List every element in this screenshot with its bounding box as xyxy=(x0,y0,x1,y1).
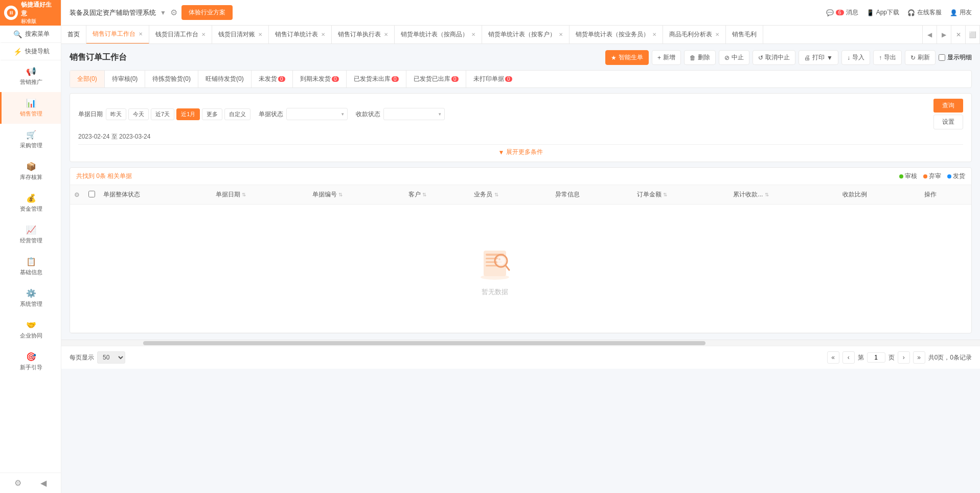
filter-tab-pending-review[interactable]: 待审核(0) xyxy=(105,71,146,87)
export-button[interactable]: ↑ 导出 xyxy=(873,50,902,65)
filter-tab-unshipped[interactable]: 未发货0 xyxy=(252,71,293,87)
sidebar-item-marketing[interactable]: 📢 营销推广 xyxy=(0,60,61,92)
number-sort-icon[interactable]: ⇅ xyxy=(338,192,343,197)
page-prev-btn[interactable]: ‹ xyxy=(842,351,855,364)
sidebar-item-basic-info[interactable]: 📋 基础信息 xyxy=(0,251,61,282)
tab-sales-report-staff-close[interactable]: ✕ xyxy=(652,32,656,37)
tab-sales-report-customer-close[interactable]: ✕ xyxy=(559,32,563,37)
solution-button[interactable]: 体验行业方案 xyxy=(181,5,233,20)
status-select[interactable] xyxy=(286,108,348,120)
filter-tab-all[interactable]: 全部(0) xyxy=(70,71,105,87)
date-sort-icon[interactable]: ⇅ xyxy=(242,192,246,197)
query-button[interactable]: 查询 xyxy=(933,99,963,113)
sidebar-item-enterprise[interactable]: 🤝 企业协同 xyxy=(0,314,61,346)
col-number[interactable]: 单据编号 ⇅ xyxy=(308,185,404,205)
salesperson-sort-icon[interactable]: ⇅ xyxy=(494,192,498,197)
tab-sales-exec[interactable]: 销售订单执行表 ✕ xyxy=(332,26,395,44)
filter-tab-shipped-not-in[interactable]: 已发货未出库0 xyxy=(347,71,406,87)
tab-product-margin[interactable]: 商品毛利分析表 ✕ xyxy=(663,26,726,44)
page-first-btn[interactable]: « xyxy=(827,351,839,364)
tab-sales-stats-close[interactable]: ✕ xyxy=(321,32,325,37)
date-btn-yesterday[interactable]: 昨天 xyxy=(106,108,126,120)
col-date[interactable]: 单据日期 ⇅ xyxy=(212,185,308,205)
col-salesperson[interactable]: 业务员 ⇅ xyxy=(470,185,551,205)
settings-bottom-icon[interactable]: ⚙ xyxy=(14,478,21,488)
sidebar-item-inventory[interactable]: 📦 库存核算 xyxy=(0,155,61,187)
sidebar-item-search[interactable]: 🔍 搜索菜单 xyxy=(0,26,61,43)
tab-scroll-right[interactable]: ▶ xyxy=(937,26,951,44)
ship-action[interactable]: 发货 xyxy=(947,172,965,181)
tab-maximize[interactable]: ⬜ xyxy=(966,26,980,44)
filter-tab-overdue-ship[interactable]: 到期未发货0 xyxy=(293,71,347,87)
payment-select[interactable] xyxy=(383,108,445,120)
tab-sales-report-product[interactable]: 销货单统计表（按商品） ✕ xyxy=(395,26,482,44)
tab-sales-workbench[interactable]: 销售订单工作台 ✕ xyxy=(86,26,149,44)
col-settings[interactable]: ⚙ xyxy=(70,185,84,205)
smart-create-button[interactable]: ★ 智能生单 xyxy=(605,50,649,65)
expand-more-button[interactable]: ▼ 展开更多条件 xyxy=(78,148,963,156)
tab-cash-reconcile[interactable]: 钱货日清对账 ✕ xyxy=(212,26,269,44)
tab-sales-workbench-close[interactable]: ✕ xyxy=(139,31,143,37)
tab-sales-profit[interactable]: 销售毛利 xyxy=(726,26,763,44)
tab-sales-report-staff[interactable]: 销货单统计表（按业务员） ✕ xyxy=(569,26,663,44)
filter-tab-pending-inspect[interactable]: 待拣货验货(0) xyxy=(145,71,198,87)
add-button[interactable]: + 新增 xyxy=(652,50,681,65)
filter-tab-shipped-out[interactable]: 已发货已出库0 xyxy=(406,71,466,87)
per-page-select[interactable]: 50 100 200 xyxy=(97,351,125,364)
col-received[interactable]: 累计收款... ⇅ xyxy=(729,185,838,205)
tab-sales-exec-close[interactable]: ✕ xyxy=(384,32,388,37)
tab-close-all[interactable]: ✕ xyxy=(951,26,966,44)
refresh-button[interactable]: ↻ 刷新 xyxy=(905,50,936,65)
col-amount[interactable]: 订单金额 ⇅ xyxy=(633,185,729,205)
received-sort-icon[interactable]: ⇅ xyxy=(765,192,769,197)
tab-cash-daily[interactable]: 钱货日清工作台 ✕ xyxy=(149,26,212,44)
date-btn-custom[interactable]: 自定义 xyxy=(224,108,250,120)
app-download-item[interactable]: 📱 App下载 xyxy=(867,8,899,17)
review-action[interactable]: 审核 xyxy=(899,172,917,181)
cancel-stop-button[interactable]: ↺ 取消中止 xyxy=(753,50,795,65)
scrollbar-thumb[interactable] xyxy=(143,341,705,345)
cancel-review-action[interactable]: 弃审 xyxy=(923,172,941,181)
sidebar-item-sales[interactable]: 📊 销售管理 xyxy=(0,92,61,124)
online-service-item[interactable]: 🎧 在线客服 xyxy=(907,8,942,17)
tab-sales-report-product-close[interactable]: ✕ xyxy=(471,32,475,37)
date-btn-7days[interactable]: 近7天 xyxy=(151,108,174,120)
sidebar-item-purchase[interactable]: 🛒 采购管理 xyxy=(0,124,61,155)
sidebar-item-finance[interactable]: 💰 资金管理 xyxy=(0,187,61,219)
horizontal-scrollbar[interactable] xyxy=(61,340,980,346)
topbar-settings-icon[interactable]: ⚙ xyxy=(170,8,177,17)
sidebar-item-quick-nav[interactable]: ⚡ 快捷导航 xyxy=(0,43,61,60)
tab-scroll-left[interactable]: ◀ xyxy=(923,26,937,44)
tab-sales-stats[interactable]: 销售订单统计表 ✕ xyxy=(269,26,332,44)
tab-home[interactable]: 首页 xyxy=(61,26,86,44)
stop-button[interactable]: ⊘ 中止 xyxy=(719,50,749,65)
collapse-icon[interactable]: ◀ xyxy=(40,478,47,488)
col-checkbox[interactable] xyxy=(84,185,99,205)
amount-sort-icon[interactable]: ⇅ xyxy=(663,192,667,197)
date-btn-1month[interactable]: 近1月 xyxy=(176,108,200,120)
show-detail-checkbox[interactable] xyxy=(939,54,945,61)
user-item[interactable]: 👤 用友 xyxy=(950,8,972,17)
page-next-btn[interactable]: › xyxy=(898,351,910,364)
page-input[interactable] xyxy=(867,352,885,363)
page-last-btn[interactable]: » xyxy=(913,351,925,364)
sidebar-item-operations[interactable]: 📈 经营管理 xyxy=(0,219,61,251)
date-btn-more[interactable]: 更多 xyxy=(202,108,222,120)
sidebar-item-guide[interactable]: 🎯 新手引导 xyxy=(0,346,61,377)
sidebar-item-system[interactable]: ⚙️ 系统管理 xyxy=(0,282,61,314)
show-detail-label[interactable]: 显示明细 xyxy=(939,53,972,62)
import-button[interactable]: ↓ 导入 xyxy=(841,50,870,65)
col-customer[interactable]: 客户 ⇅ xyxy=(404,185,470,205)
expand-icon[interactable]: ▼ xyxy=(160,9,166,16)
settings-button[interactable]: 设置 xyxy=(933,115,963,129)
filter-tab-wangpu-ship[interactable]: 旺铺待发货(0) xyxy=(198,71,252,87)
select-all-checkbox[interactable] xyxy=(88,191,95,197)
filter-tab-unprinted[interactable]: 未打印单据0 xyxy=(466,71,519,87)
customer-sort-icon[interactable]: ⇅ xyxy=(422,192,426,197)
print-button[interactable]: 🖨 打印 ▼ xyxy=(799,50,838,65)
date-btn-today[interactable]: 今天 xyxy=(128,108,149,120)
message-item[interactable]: 💬 6 消息 xyxy=(826,8,858,17)
tab-sales-report-customer[interactable]: 销货单统计表（按客户） ✕ xyxy=(482,26,569,44)
tab-cash-reconcile-close[interactable]: ✕ xyxy=(258,32,262,37)
tab-cash-daily-close[interactable]: ✕ xyxy=(201,32,206,37)
